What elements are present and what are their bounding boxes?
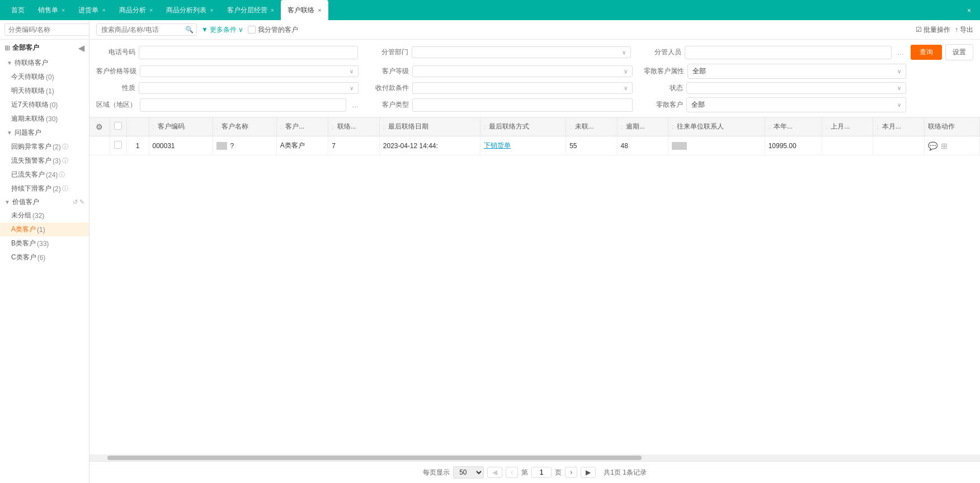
sidebar-item-tomorrow[interactable]: 明天待联络 (1) (0, 84, 89, 98)
batch-op-button[interactable]: ☑ 批量操作 (916, 25, 950, 35)
sidebar-item-repeat-abnormal[interactable]: 回购异常客户 (2) ⓘ (0, 140, 89, 154)
setting-button[interactable]: 设置 (945, 44, 973, 60)
nav-tab-sales[interactable]: 销售单 × (31, 0, 72, 20)
filter-search-input[interactable] (101, 26, 185, 34)
nav-tab-customer-contact[interactable]: 客户联络 × (281, 0, 328, 20)
next-page-button[interactable]: › (565, 467, 577, 478)
filter-manager: 分管人员 … (642, 46, 904, 59)
col-overdue-header[interactable]: : 逾期... (617, 117, 668, 136)
payment-select[interactable]: ∨ (412, 82, 632, 94)
retail-attr-select[interactable]: 全部 ∨ (687, 64, 906, 79)
close-icon[interactable]: × (149, 7, 153, 13)
phone-input[interactable] (139, 46, 358, 59)
export-button[interactable]: ↑ 导出 (955, 25, 973, 35)
row-action-cell: 💬 ⊞ (924, 136, 979, 155)
query-button[interactable]: 查询 (911, 45, 942, 60)
select-all-checkbox[interactable] (114, 122, 122, 130)
nav-tab-home[interactable]: 首页 (4, 0, 31, 20)
col-unit-contact-header[interactable]: : 往来单位联系人 (668, 117, 765, 136)
refresh-icon[interactable]: ↺ (73, 198, 78, 206)
customer-type-input[interactable] (412, 98, 632, 112)
search-icon[interactable]: 🔍 (185, 26, 194, 34)
sidebar-item-c-class[interactable]: C类客户 (6) (0, 250, 89, 264)
scrollbar-thumb[interactable] (107, 456, 642, 460)
collapse-icon[interactable]: ◀ (78, 44, 84, 53)
col-last-method-header[interactable]: : 最后联络方式 (480, 117, 566, 136)
page-size-select[interactable]: 50 100 200 (453, 466, 484, 479)
sidebar-value-customers[interactable]: ▼ 价值客户 ↺ ✎ (0, 196, 89, 209)
info-icon: ⓘ (62, 184, 68, 193)
sidebar-search-area: 🔍 (0, 20, 89, 40)
unit-contact-block: RE . (672, 142, 687, 150)
nav-tab-goods-analysis[interactable]: 商品分析 × (112, 0, 159, 20)
more-options-icon[interactable]: … (352, 101, 359, 109)
filter-customer-type: 客户类型 (370, 98, 632, 112)
col-gear-header: ⚙ (89, 117, 110, 136)
nav-tab-purchase[interactable]: 进货单 × (72, 0, 112, 20)
customer-table: ⚙ : 客户编码 (89, 117, 980, 155)
sidebar-item-today[interactable]: 今天待联络 (0) (0, 70, 89, 84)
sidebar-search-input[interactable] (4, 23, 89, 36)
sidebar-item-a-class[interactable]: A类客户 (1) (0, 222, 89, 236)
close-icon[interactable]: × (318, 7, 321, 13)
row-type-cell: A类客户 (276, 136, 328, 155)
close-icon[interactable]: × (271, 7, 274, 13)
filter-actions: 查询 设置 (904, 44, 973, 60)
nature-select[interactable]: ∨ (139, 82, 359, 94)
close-icon[interactable]: × (210, 7, 213, 13)
sidebar-item-declining[interactable]: 持续下滑客户 (2) ⓘ (0, 182, 89, 196)
col-no-contact-header[interactable]: : 未联... (566, 117, 617, 136)
col-name-header[interactable]: : 客户名称 (213, 117, 276, 136)
price-level-select[interactable]: ∨ (140, 65, 359, 77)
nav-tab-goods-list[interactable]: 商品分析列表 × (159, 0, 220, 20)
retail-customer-select[interactable]: 全部 ∨ (686, 97, 906, 112)
sidebar-pending-contact[interactable]: ▼ 待联络客户 (0, 56, 89, 70)
status-select[interactable]: ∨ (686, 82, 906, 94)
nav-tab-customer-segment[interactable]: 客户分层经营 × (220, 0, 281, 20)
close-all-button[interactable]: × (963, 5, 976, 15)
col-sep: : (216, 123, 218, 131)
filter-nature: 性质 ∨ (96, 82, 359, 94)
close-icon[interactable]: × (62, 7, 65, 13)
col-code-header[interactable]: : 客户编码 (149, 117, 213, 136)
manager-input[interactable] (685, 46, 892, 59)
col-sep: : (621, 123, 623, 131)
region-input[interactable] (140, 98, 346, 112)
gear-icon[interactable]: ⚙ (96, 122, 103, 131)
customer-level-select[interactable]: ∨ (412, 65, 632, 77)
sidebar-item-overdue[interactable]: 逾期未联络 (30) (0, 112, 89, 126)
horizontal-scrollbar[interactable] (89, 454, 980, 461)
last-page-button[interactable]: ▶ (581, 467, 596, 478)
last-contact-method-link[interactable]: 下销货单 (484, 141, 511, 149)
col-this-month-header[interactable]: : 本月... (873, 117, 924, 136)
col-contact-header[interactable]: : 联络... (328, 117, 379, 136)
sidebar-item-churn-warning[interactable]: 流失预警客户 (3) ⓘ (0, 154, 89, 168)
sidebar-item-7days[interactable]: 近7天待联络 (0) (0, 98, 89, 112)
page-number-input[interactable] (531, 467, 552, 478)
col-last-month-header[interactable]: : 上月... (822, 117, 873, 136)
sidebar: 🔍 ⊞ 全部客户 ◀ ▼ 待联络客户 今天待联络 (0) 明天待联络 (1) 近… (0, 20, 89, 483)
sidebar-all-customers[interactable]: ⊞ 全部客户 ◀ (0, 40, 89, 56)
close-icon[interactable]: × (102, 7, 105, 13)
chat-icon[interactable]: 💬 (928, 141, 937, 150)
more-filter-button[interactable]: ▼ 更多条件 ∨ (201, 25, 243, 35)
prev-page-button[interactable]: ‹ (506, 467, 518, 478)
col-last-date-header[interactable]: : 最后联络日期 (379, 117, 480, 136)
my-customer-checkbox[interactable] (248, 26, 256, 34)
sidebar-problem-customers[interactable]: ▼ 问题客户 (0, 126, 89, 140)
row-num-cell: 1 (126, 136, 149, 155)
sidebar-item-churned[interactable]: 已流失客户 (24) ⓘ (0, 168, 89, 182)
filter-phone: 电话号码 (96, 46, 358, 59)
more-options-icon[interactable]: … (897, 49, 904, 56)
qr-icon[interactable]: ⊞ (941, 141, 948, 150)
row-checkbox[interactable] (114, 141, 122, 149)
col-this-year-header[interactable]: : 本年... (765, 117, 822, 136)
sidebar-item-unclassified[interactable]: 未分组 (32) (0, 209, 89, 222)
edit-icon[interactable]: ✎ (79, 198, 84, 206)
my-customer-checkbox-area[interactable]: 我分管的客户 (248, 25, 298, 35)
action-icons: 💬 ⊞ (928, 141, 976, 150)
dept-select[interactable]: ∨ (412, 46, 631, 58)
col-type-header[interactable]: : 客户... (276, 117, 328, 136)
first-page-button[interactable]: ◀ (487, 467, 502, 478)
sidebar-item-b-class[interactable]: B类客户 (33) (0, 236, 89, 250)
